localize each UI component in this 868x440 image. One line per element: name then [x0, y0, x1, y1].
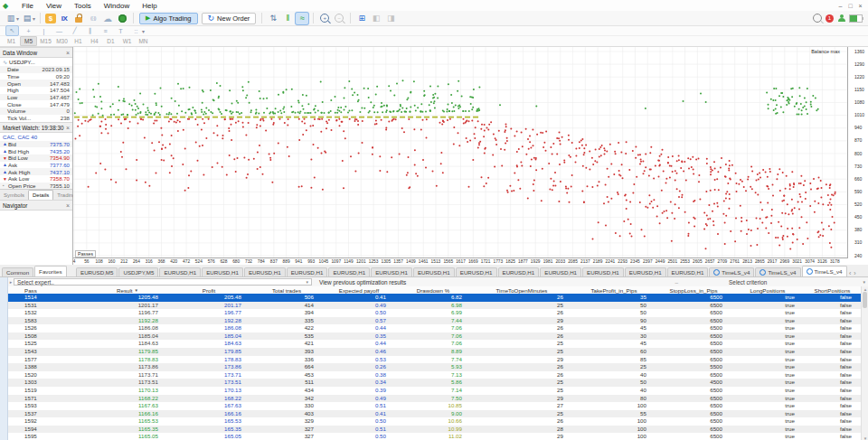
horizontal-line-tool-icon[interactable]: — — [53, 26, 65, 35]
chart-tab[interactable]: TimeLS_v4 — [755, 267, 800, 276]
table-row[interactable]: 15831192.28192.283350.577.4429906500true… — [8, 317, 861, 325]
chart-tab[interactable]: TimeLS_v4 — [802, 266, 847, 276]
close-button[interactable]: × — [856, 3, 864, 9]
dock-right-icon[interactable]: ◨ — [384, 13, 397, 24]
table-row[interactable]: 15141205.48205.485060.416.8226356500true… — [8, 294, 861, 302]
chart-tab[interactable]: EURUSD,H1 — [328, 267, 370, 276]
zoom-out-icon[interactable]: − — [333, 13, 345, 24]
tile-windows-icon[interactable]: ⊞ — [355, 13, 368, 24]
quotes-icon[interactable]: $ — [45, 14, 56, 23]
column-header-profit[interactable]: Profit — [167, 286, 250, 294]
scroll-tabs-right-icon[interactable]: › — [854, 270, 855, 276]
cursor-tool-icon[interactable]: ↖ — [5, 25, 19, 36]
column-header-pass[interactable]: Pass — [8, 286, 88, 294]
chevron-down-icon[interactable]: ▾ — [142, 28, 145, 34]
column-header-expected-payoff[interactable]: Expected payoff — [323, 286, 395, 294]
table-row[interactable]: 15081185.04185.045350.357.0626306500true… — [8, 332, 861, 341]
timeframe-h4[interactable]: H4 — [87, 37, 102, 45]
globe-icon[interactable] — [116, 13, 128, 24]
indicators-icon[interactable]: IX — [58, 13, 71, 24]
tab-details[interactable]: Details — [28, 190, 53, 200]
chart-tab[interactable]: EURUSD,H1 — [540, 267, 581, 276]
lock-icon[interactable] — [72, 13, 85, 24]
optimization-scatter[interactable] — [73, 47, 847, 257]
fibonacci-tool-icon[interactable]: ≡ — [99, 26, 111, 35]
table-row[interactable]: 13031173.51173.515110.345.8625504500true… — [8, 379, 861, 387]
shapes-tool-icon[interactable]: :: — [130, 26, 142, 35]
table-row[interactable]: 15251184.63184.634210.447.0625456500true… — [8, 340, 861, 348]
column-header-result[interactable]: Result▼ — [88, 286, 167, 294]
scrollbar-thumb[interactable] — [863, 292, 867, 308]
vertical-line-tool-icon[interactable]: | — [38, 26, 50, 35]
text-tool-icon[interactable]: T — [115, 26, 127, 35]
algo-trading-button[interactable]: ▶ Algo Trading — [139, 13, 198, 24]
timeframe-h1[interactable]: H1 — [71, 37, 86, 45]
table-row[interactable]: 15941165.35165.353270.5110.99281006500tr… — [8, 426, 861, 434]
chart-tab[interactable]: EURUSD,H1 — [625, 267, 666, 276]
chart-tab[interactable]: EURUSD,H1 — [244, 267, 286, 276]
timeframe-m1[interactable]: M1 — [4, 37, 19, 45]
column-header-timetoopenminutes[interactable]: TimeToOpenMinutes — [471, 286, 572, 294]
column-header-stopploss-in-pips[interactable]: StoppLoss_in_Pips — [656, 286, 731, 294]
minimize-button[interactable]: – — [836, 3, 844, 9]
market-watch-row[interactable]: ▲Ask High7437.10 — [0, 168, 72, 175]
table-row[interactable]: 15311201.17201.174140.496.9825506500true… — [8, 302, 861, 310]
market-watch-row[interactable]: ▲Ask7377.60 — [0, 162, 72, 169]
broadcast-icon[interactable]: ((·)) — [87, 13, 99, 24]
market-watch-row[interactable]: ▼Ask Low7358.70 — [0, 175, 72, 183]
close-icon[interactable]: × — [66, 125, 70, 131]
menu-window[interactable]: Window — [98, 2, 136, 10]
chart-bars-icon[interactable]: ▥ — [5, 13, 17, 24]
table-row[interactable]: 15771178.83178.833360.537.7429856500true… — [8, 356, 861, 364]
table-row[interactable]: 15951165.05165.053270.5011.02291006500tr… — [8, 433, 861, 440]
table-row[interactable]: 15921165.53165.533290.5010.66261006500tr… — [8, 417, 861, 426]
dock-left-icon[interactable]: ◧ — [370, 13, 382, 24]
table-scrollbar[interactable]: ▴ ▾ — [861, 286, 868, 440]
market-watch-row[interactable]: ▲Bid7375.70 — [0, 141, 72, 148]
chart-tab[interactable]: EURUSD,H1 — [582, 267, 624, 276]
timeframe-m30[interactable]: M30 — [54, 37, 70, 45]
chevron-down-icon[interactable]: ▾ — [33, 15, 35, 22]
chart-tab[interactable]: EURUSD,M5 — [76, 267, 118, 276]
chart-tab[interactable]: EURUSD,H1 — [667, 267, 709, 276]
table-row[interactable]: 15261186.08186.084220.447.0626456500true… — [8, 324, 861, 332]
column-header-longpositions[interactable]: LongPositions — [731, 286, 804, 294]
chart-tab[interactable]: EURUSD,H1 — [159, 267, 201, 276]
close-icon[interactable]: × — [66, 50, 70, 56]
pause-ticks-icon[interactable]: ‖ — [281, 13, 294, 24]
new-order-button[interactable]: ↻ New Order — [202, 13, 257, 24]
menu-file[interactable]: File — [15, 2, 40, 10]
chart-window-icon[interactable]: ▤ — [21, 13, 33, 24]
crosshair-tool-icon[interactable]: + — [23, 26, 34, 35]
strategy-tester-sidebar[interactable]: Strategy Tester — [0, 277, 8, 440]
timeframe-m5[interactable]: M5 — [20, 36, 37, 46]
zoom-in-icon[interactable]: + — [318, 13, 331, 24]
chart-tab[interactable]: EURUSD,H1 — [202, 267, 243, 276]
column-header-shortpositions[interactable]: ShortPositions — [804, 286, 861, 294]
view-results-label[interactable]: View previous optimization results — [319, 279, 406, 286]
trendline-tool-icon[interactable]: ╱ — [69, 26, 80, 35]
market-watch-row[interactable]: ▲Bid High7435.20 — [0, 147, 72, 154]
table-row[interactable]: 15321196.77196.773940.506.9926506500true… — [8, 309, 861, 317]
table-row[interactable]: 15931167.63167.633300.5110.85271006500tr… — [8, 402, 861, 410]
channel-tool-icon[interactable]: ∥ — [84, 26, 96, 35]
chevron-down-icon[interactable]: ▾ — [16, 15, 19, 22]
notifications-badge[interactable]: 1 — [826, 14, 834, 23]
menu-tools[interactable]: Tools — [68, 2, 98, 10]
tab-favorites[interactable]: Favorites — [34, 266, 66, 276]
chart-tab[interactable]: USDJPY,M5 — [118, 267, 158, 276]
close-icon[interactable]: × — [66, 202, 70, 209]
market-watch-row[interactable]: ▼Bid Low7354.90 — [0, 154, 72, 162]
search-icon[interactable] — [813, 14, 822, 23]
column-header-total-trades[interactable]: Total trades — [250, 286, 323, 294]
scroll-tabs-left-icon[interactable]: ‹ — [849, 270, 851, 276]
chart-tab[interactable]: EURUSD,H1 — [371, 267, 412, 276]
timeframe-m15[interactable]: M15 — [38, 37, 53, 45]
cloud-icon[interactable]: ☁ — [101, 13, 114, 24]
table-row[interactable]: 15431179.85179.853930.468.8925606500true… — [8, 348, 861, 356]
timeframe-w1[interactable]: W1 — [119, 37, 135, 45]
timeframe-d1[interactable]: D1 — [103, 37, 118, 45]
table-row[interactable]: 15711168.22168.223420.497.5029806500true… — [8, 395, 861, 403]
table-row[interactable]: 15201173.71173.714530.387.1326406500true… — [8, 371, 861, 379]
maximize-button[interactable]: □ — [846, 3, 854, 9]
